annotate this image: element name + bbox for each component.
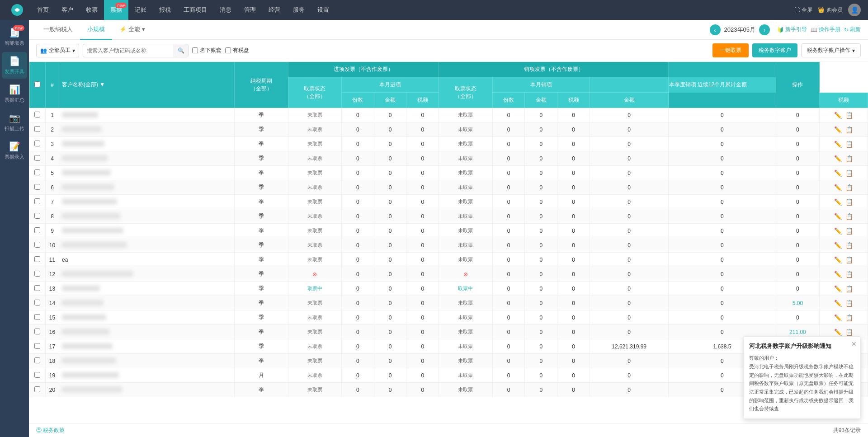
row-checkbox-cell[interactable]: [29, 108, 46, 122]
row-checkbox-cell[interactable]: [29, 339, 46, 354]
copy-button[interactable]: 📋: [845, 329, 853, 336]
select-all-checkbox[interactable]: [34, 81, 40, 87]
nav-invoice[interactable]: 票据 new: [104, 0, 128, 20]
row-checkbox[interactable]: [34, 126, 40, 132]
client-name-header[interactable]: 客户名称(全部) ▼: [59, 62, 235, 108]
row-checkbox-cell[interactable]: [29, 238, 46, 253]
row-checkbox[interactable]: [34, 271, 40, 277]
copy-button[interactable]: 📋: [845, 314, 853, 321]
one-click-invoice-button[interactable]: 一键取票: [712, 43, 749, 57]
edit-button[interactable]: ✏️: [834, 141, 842, 148]
row-checkbox[interactable]: [34, 184, 40, 190]
digital-account-operation-button[interactable]: 税务数字账户操作 ▾: [801, 43, 861, 57]
nav-receive[interactable]: 收票: [80, 0, 104, 20]
row-checkbox[interactable]: [34, 300, 40, 305]
row-checkbox[interactable]: [34, 155, 40, 161]
select-all-header[interactable]: [29, 62, 46, 108]
employee-select[interactable]: 👥 全部员工 ▾: [36, 44, 79, 57]
copy-button[interactable]: 📋: [845, 112, 853, 119]
nav-bookkeeping[interactable]: 记账: [128, 0, 153, 20]
edit-button[interactable]: ✏️: [834, 300, 842, 307]
edit-button[interactable]: ✏️: [834, 198, 842, 206]
sidebar-item-open-invoice[interactable]: 📄 发票开具: [2, 52, 27, 79]
row-checkbox[interactable]: [34, 141, 40, 146]
member-button[interactable]: 👑 购会员: [818, 6, 843, 14]
copy-button[interactable]: 📋: [845, 126, 853, 133]
row-checkbox-cell[interactable]: [29, 267, 46, 282]
row-checkbox-cell[interactable]: [29, 325, 46, 339]
edit-button[interactable]: ✏️: [834, 329, 842, 336]
tab-all-in-one[interactable]: ⚡ 全能 ▾: [112, 20, 152, 40]
row-checkbox[interactable]: [34, 386, 40, 392]
nav-manage[interactable]: 管理: [238, 0, 262, 20]
row-checkbox-cell[interactable]: [29, 383, 46, 397]
row-checkbox[interactable]: [34, 285, 40, 291]
manual-button[interactable]: 📖 操作手册: [811, 26, 840, 33]
sidebar-item-summary[interactable]: 📊 票据汇总: [2, 80, 27, 107]
copy-button[interactable]: 📋: [845, 155, 853, 162]
row-checkbox-cell[interactable]: [29, 166, 46, 180]
row-checkbox-cell[interactable]: [29, 122, 46, 137]
tax-cycle-header[interactable]: 纳税周期（全部）: [235, 62, 288, 108]
edit-button[interactable]: ✏️: [834, 184, 842, 191]
row-checkbox[interactable]: [34, 256, 40, 262]
edit-button[interactable]: ✏️: [834, 256, 842, 263]
row-checkbox[interactable]: [34, 227, 40, 233]
out-status-header[interactable]: 取票状态（全部）: [439, 77, 492, 108]
row-checkbox-cell[interactable]: [29, 296, 46, 310]
copy-button[interactable]: 📋: [845, 213, 853, 220]
sidebar-item-scan[interactable]: 📷 扫描上传: [2, 109, 27, 136]
sidebar-item-smart-invoice[interactable]: 🧾 智能取票 new: [2, 23, 27, 50]
nav-operation[interactable]: 经营: [262, 0, 287, 20]
search-input[interactable]: [83, 46, 174, 56]
copy-button[interactable]: 📋: [845, 184, 853, 191]
tab-general-taxpayer[interactable]: 一般纳税人: [36, 20, 80, 40]
row-checkbox-cell[interactable]: [29, 137, 46, 151]
copy-button[interactable]: 📋: [845, 169, 853, 177]
nav-tax[interactable]: 报税: [153, 0, 177, 20]
copy-button[interactable]: 📋: [845, 242, 853, 249]
edit-button[interactable]: ✏️: [834, 213, 842, 220]
user-avatar[interactable]: 👤: [848, 4, 861, 16]
copy-button[interactable]: 📋: [845, 198, 853, 206]
edit-button[interactable]: ✏️: [834, 155, 842, 162]
nav-settings[interactable]: 设置: [311, 0, 335, 20]
copy-button[interactable]: 📋: [845, 285, 853, 292]
copy-button[interactable]: 📋: [845, 256, 853, 263]
row-checkbox-cell[interactable]: [29, 354, 46, 368]
row-checkbox-cell[interactable]: [29, 310, 46, 325]
fullscreen-button[interactable]: ⛶ 全屏: [794, 6, 812, 14]
row-checkbox-cell[interactable]: [29, 253, 46, 267]
row-checkbox[interactable]: [34, 169, 40, 175]
checkbox-tax-disk[interactable]: 有税盘: [225, 47, 249, 54]
sidebar-item-entry[interactable]: 📝 票据录入: [2, 137, 27, 164]
digital-account-button[interactable]: 税务数字账户: [752, 43, 797, 57]
tax-disk-checkbox[interactable]: [225, 47, 231, 53]
search-button[interactable]: 🔍: [174, 44, 188, 57]
edit-button[interactable]: ✏️: [834, 285, 842, 292]
nav-service[interactable]: 服务: [287, 0, 311, 20]
period-next-button[interactable]: ›: [759, 24, 770, 35]
row-checkbox-cell[interactable]: [29, 224, 46, 238]
row-checkbox[interactable]: [34, 213, 40, 219]
row-checkbox[interactable]: [34, 198, 40, 204]
row-checkbox-cell[interactable]: [29, 209, 46, 224]
checkbox-account-set[interactable]: 名下账套: [192, 47, 222, 54]
row-checkbox[interactable]: [34, 372, 40, 378]
row-checkbox-cell[interactable]: [29, 195, 46, 209]
popup-close-button[interactable]: ✕: [851, 340, 857, 348]
edit-button[interactable]: ✏️: [834, 242, 842, 249]
row-checkbox[interactable]: [34, 343, 40, 349]
nav-business[interactable]: 工商项目: [177, 0, 213, 20]
row-checkbox-cell[interactable]: [29, 282, 46, 296]
row-checkbox-cell[interactable]: [29, 180, 46, 195]
edit-button[interactable]: ✏️: [834, 227, 842, 235]
edit-button[interactable]: ✏️: [834, 271, 842, 278]
row-checkbox[interactable]: [34, 357, 40, 363]
nav-message[interactable]: 消息: [213, 0, 238, 20]
tab-small-scale[interactable]: 小规模: [80, 20, 112, 40]
edit-button[interactable]: ✏️: [834, 112, 842, 119]
account-set-checkbox[interactable]: [192, 47, 198, 53]
nav-client[interactable]: 客户: [55, 0, 80, 20]
guide-button[interactable]: 🔰 新手引导: [777, 26, 807, 33]
